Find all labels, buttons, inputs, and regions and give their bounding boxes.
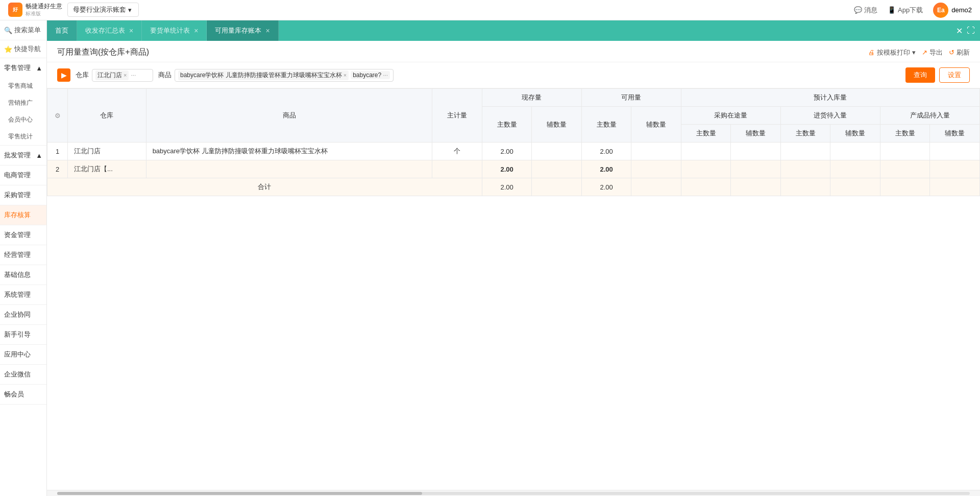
sidebar-item-basic-info[interactable]: 基础信息 xyxy=(0,265,46,285)
row2-avail-aux xyxy=(631,160,681,178)
filter-more-icon[interactable]: ··· xyxy=(131,72,136,79)
nav-label: 快捷导航 xyxy=(14,44,41,54)
setting-button[interactable]: 设置 xyxy=(939,67,970,83)
row1-product-main xyxy=(880,143,930,160)
sidebar-item-finance[interactable]: 资金管理 xyxy=(0,225,46,245)
warehouse-tag-1-remove[interactable]: × xyxy=(124,72,127,78)
user-area[interactable]: Ea demo2 xyxy=(933,3,972,18)
row2-inbound-main xyxy=(780,160,830,178)
fullscreen-icon[interactable]: ⛶ xyxy=(967,26,975,35)
product-tag-1-remove[interactable]: × xyxy=(344,72,347,78)
available-inventory-tab-close[interactable]: × xyxy=(265,27,270,34)
th-settings[interactable]: ⚙ xyxy=(47,89,68,143)
sidebar: 🔍 搜索菜单 ⭐ 快捷导航 零售管理 ▲ 零售商城 营销推广 会员中心 零售统计… xyxy=(0,20,47,496)
footer-inbound-main xyxy=(780,178,830,196)
sidebar-item-purchase[interactable]: 采购管理 xyxy=(0,185,46,205)
order-stats-tab-close[interactable]: × xyxy=(194,27,198,34)
sidebar-item-ecommerce[interactable]: 电商管理 xyxy=(0,166,46,185)
top-bar-right: 💬 消息 📱 App下载 Ea demo2 xyxy=(854,3,972,18)
sidebar-item-app-center[interactable]: 应用中心 xyxy=(0,345,46,365)
footer-purchase-aux xyxy=(731,178,781,196)
row2-avail-main: 2.00 xyxy=(581,160,631,178)
settings-icon[interactable]: ⚙ xyxy=(55,112,61,120)
footer-avail-main: 2.00 xyxy=(581,178,631,196)
logo-area: 好 畅捷通好生意 标准版 xyxy=(8,3,62,17)
warehouse-tag-container[interactable]: 江北门店 × ··· xyxy=(92,69,153,82)
product-more[interactable]: ··· xyxy=(383,72,388,79)
row1-product: babycare学饮杯 儿童防摔防撞吸管杯重力球吸嘴杯宝宝水杯 xyxy=(146,143,432,160)
sidebar-section-retail: 零售管理 ▲ 零售商城 营销推广 会员中心 零售统计 xyxy=(0,58,46,146)
th-purchase-transit: 采购在途量 xyxy=(681,107,780,125)
tab-order-stats[interactable]: 要货单统计表 × xyxy=(142,20,207,41)
page: 可用量查询(按仓库+商品) 🖨 按模板打印 ▾ ↗ 导出 ↺ 刷新 xyxy=(47,41,980,496)
export-label: 导出 xyxy=(929,48,943,57)
tab-summary[interactable]: 收发存汇总表 × xyxy=(77,20,142,41)
row2-purchase-main xyxy=(681,160,731,178)
message-action[interactable]: 💬 消息 xyxy=(854,6,877,15)
logo-icon: 好 xyxy=(8,3,22,17)
th-planned-inbound: 预计入库量 xyxy=(681,89,979,107)
scrollbar-track[interactable] xyxy=(57,492,970,495)
download-action[interactable]: 📱 App下载 xyxy=(888,6,923,15)
row1-inbound-main xyxy=(780,143,830,160)
footer-label: 合计 xyxy=(47,178,482,196)
close-all-icon[interactable]: ✕ xyxy=(956,26,963,36)
user-name: demo2 xyxy=(951,6,972,14)
summary-tab-close[interactable]: × xyxy=(129,27,133,34)
filter-toggle-btn[interactable]: ▶ xyxy=(57,68,70,82)
search-icon: 🔍 xyxy=(4,27,12,34)
row1-unit: 个 xyxy=(432,143,482,160)
th-purchase-aux: 辅数量 xyxy=(731,125,781,143)
print-label: 按模板打印 xyxy=(877,48,910,57)
sidebar-item-enterprise[interactable]: 企业协同 xyxy=(0,305,46,325)
product-tag-container[interactable]: babycare学饮杯 儿童防摔防撞吸管杯重力球吸嘴杯宝宝水杯 × babyca… xyxy=(175,69,394,82)
sidebar-item-system[interactable]: 系统管理 xyxy=(0,285,46,305)
sidebar-item-marketing[interactable]: 营销推广 xyxy=(0,95,46,111)
sidebar-item-wechat[interactable]: 企业微信 xyxy=(0,365,46,385)
sidebar-nav[interactable]: ⭐ 快捷导航 xyxy=(0,40,46,58)
row2-product-aux xyxy=(930,160,980,178)
sidebar-item-inventory[interactable]: 库存核算 xyxy=(0,205,46,225)
query-button[interactable]: 查询 xyxy=(905,67,935,83)
refresh-btn[interactable]: ↺ 刷新 xyxy=(949,48,970,57)
row1-no: 1 xyxy=(47,143,68,160)
product-tag-1-text: babycare学饮杯 儿童防摔防撞吸管杯重力球吸嘴杯宝宝水杯 xyxy=(180,71,342,80)
sidebar-item-operations[interactable]: 经营管理 xyxy=(0,245,46,265)
row1-avail-aux xyxy=(631,143,681,160)
sidebar-section-wholesale: 批发管理 ▲ xyxy=(0,146,46,166)
th-available: 可用量 xyxy=(581,89,681,107)
scrollbar-thumb[interactable] xyxy=(57,492,422,495)
tab-available-inventory[interactable]: 可用量库存账本 × xyxy=(207,20,278,41)
filter-area: ▶ 仓库 江北门店 × ··· 商品 babycare xyxy=(47,62,980,88)
tab-home[interactable]: 首页 xyxy=(47,20,77,41)
export-btn[interactable]: ↗ 导出 xyxy=(922,48,943,57)
search-label: 搜索菜单 xyxy=(14,26,41,35)
sidebar-section-retail-header[interactable]: 零售管理 ▲ xyxy=(0,58,46,78)
sidebar-item-vip[interactable]: 畅会员 xyxy=(0,385,46,405)
print-btn[interactable]: 🖨 按模板打印 ▾ xyxy=(868,48,916,57)
th-inbound-aux: 辅数量 xyxy=(830,125,880,143)
refresh-icon: ↺ xyxy=(949,49,954,56)
table-container[interactable]: ⚙ 仓库 商品 主计量 现存量 可用量 预计入库量 主数量 辅数量 xyxy=(47,88,980,490)
sidebar-item-retail-stats[interactable]: 零售统计 xyxy=(0,128,46,145)
warehouse-tag-1-text: 江北门店 xyxy=(97,71,122,80)
row1-warehouse: 江北门店 xyxy=(68,143,146,160)
tenant-selector[interactable]: 母婴行业演示账套 ▾ xyxy=(67,3,139,17)
sidebar-item-online-store[interactable]: 零售商城 xyxy=(0,78,46,95)
available-inventory-tab-label: 可用量库存账本 xyxy=(215,26,261,35)
sidebar-item-guide[interactable]: 新手引导 xyxy=(0,325,46,345)
retail-label: 零售管理 xyxy=(4,63,31,73)
page-header: 可用量查询(按仓库+商品) 🖨 按模板打印 ▾ ↗ 导出 ↺ 刷新 xyxy=(47,41,980,62)
sidebar-search[interactable]: 🔍 搜索菜单 xyxy=(0,20,46,40)
row2-inbound-aux xyxy=(830,160,880,178)
order-stats-tab-label: 要货单统计表 xyxy=(150,26,190,35)
print-icon: 🖨 xyxy=(868,49,875,56)
sidebar-item-members[interactable]: 会员中心 xyxy=(0,111,46,128)
sidebar-section-wholesale-header[interactable]: 批发管理 ▲ xyxy=(0,146,46,165)
page-title: 可用量查询(按仓库+商品) xyxy=(57,47,149,58)
th-product-aux: 辅数量 xyxy=(930,125,980,143)
filter-actions: 查询 设置 xyxy=(905,67,970,83)
tenant-dropdown-icon: ▾ xyxy=(128,6,132,14)
export-icon: ↗ xyxy=(922,49,927,56)
logo-subtitle: 标准版 xyxy=(26,10,62,17)
